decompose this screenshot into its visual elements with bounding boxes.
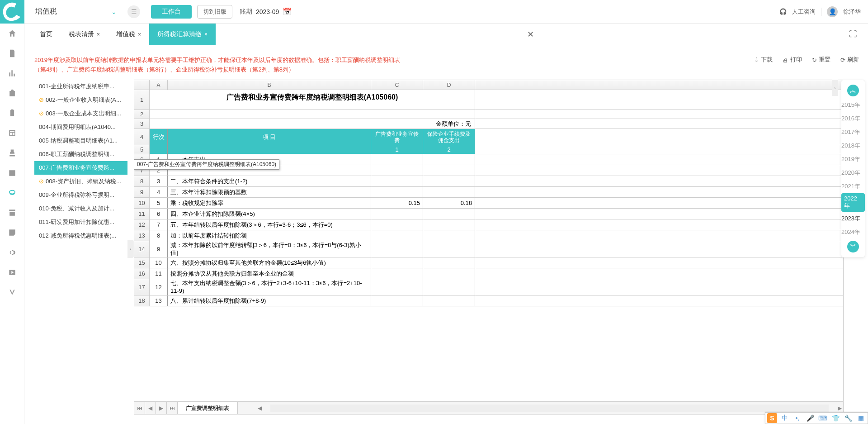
value-cell-d[interactable] xyxy=(423,295,475,306)
year-item[interactable]: 2021年 xyxy=(841,180,865,193)
item-cell[interactable]: 减：本年扣除的以前年度结转额[3＞6，本行=0；3≤6，本行=8与(6-3)孰小… xyxy=(168,241,371,257)
seq-cell[interactable]: 5 xyxy=(150,198,168,208)
seq-cell[interactable]: 3 xyxy=(150,176,168,186)
print-button[interactable]: 🖨打印 xyxy=(783,56,802,64)
year-item[interactable]: 2020年 xyxy=(841,166,865,180)
ime-menu-icon[interactable]: ▦ xyxy=(856,413,866,423)
close-icon[interactable]: × xyxy=(138,31,141,38)
tab-home[interactable]: 首页 xyxy=(32,24,61,45)
value-cell-d[interactable] xyxy=(423,268,475,279)
spreadsheet[interactable]: A B C D 1 广告费和业务宣传费跨年度纳税调整明细表(A105060) 2… xyxy=(134,80,844,414)
seq-cell[interactable]: 6 xyxy=(150,209,168,219)
period-value[interactable]: 2023-09 xyxy=(256,8,279,15)
value-cell-d[interactable] xyxy=(423,154,475,165)
ime-skin-icon[interactable]: 👕 xyxy=(830,413,840,423)
seq-cell[interactable]: 8 xyxy=(150,230,168,241)
year-item[interactable]: 2019年 xyxy=(841,152,865,166)
row-header[interactable]: 1 xyxy=(134,90,150,110)
form-list-item[interactable]: 009-企业所得税弥补亏损明... xyxy=(34,188,127,202)
nav-calendar-icon[interactable] xyxy=(0,163,24,183)
seq-cell[interactable]: 11 xyxy=(150,268,168,279)
value-cell-d[interactable] xyxy=(423,230,475,241)
row-header[interactable]: 17 xyxy=(134,279,150,295)
tab-tax-list[interactable]: 税表清册× xyxy=(61,24,108,45)
topbar-doc-icon[interactable]: ☰ xyxy=(127,5,140,18)
row-header[interactable]: 13 xyxy=(134,230,150,241)
ime-tool-icon[interactable]: 🔧 xyxy=(843,413,853,423)
value-cell-d[interactable] xyxy=(423,241,475,257)
ime-lang[interactable]: 中 xyxy=(780,413,790,423)
hscroll-track[interactable] xyxy=(270,405,829,412)
row-header[interactable]: 8 xyxy=(134,176,150,186)
seq-cell[interactable]: 9 xyxy=(150,241,168,257)
nav-chart-icon[interactable] xyxy=(0,63,24,83)
col-header-c[interactable]: C xyxy=(371,80,423,90)
nav-settings-icon[interactable] xyxy=(0,243,24,262)
value-cell-d[interactable] xyxy=(423,279,475,295)
value-cell-c[interactable] xyxy=(371,268,423,279)
item-cell[interactable]: 四、本企业计算的扣除限额(4×5) xyxy=(168,209,371,219)
form-list-item[interactable]: 010-免税、减计收入及加计... xyxy=(34,202,127,215)
switch-old-button[interactable]: 切到旧版 xyxy=(197,5,232,19)
form-list-item[interactable]: ⊘002-一般企业收入明细表(A... xyxy=(34,93,127,107)
value-cell-d[interactable] xyxy=(423,209,475,219)
refresh-button[interactable]: ⟳刷新 xyxy=(840,56,859,64)
row-header[interactable]: 2 xyxy=(134,110,150,119)
nav-video-icon[interactable] xyxy=(0,262,24,282)
row-header[interactable]: 4 xyxy=(134,129,150,145)
nav-tax-icon[interactable] xyxy=(0,183,24,203)
nav-stamp-icon[interactable] xyxy=(0,143,24,163)
select-all-corner[interactable] xyxy=(134,80,150,90)
value-cell-c[interactable] xyxy=(371,295,423,306)
seq-cell[interactable]: 4 xyxy=(150,187,168,197)
seq-cell[interactable]: 12 xyxy=(150,279,168,295)
value-cell-d[interactable] xyxy=(423,219,475,230)
year-up-icon[interactable]: ︽ xyxy=(847,85,859,96)
value-cell-c[interactable] xyxy=(371,209,423,219)
value-cell-c[interactable] xyxy=(371,257,423,268)
form-list-item[interactable]: 001-企业所得税年度纳税申... xyxy=(34,80,127,93)
item-cell[interactable]: 加：以前年度累计结转扣除额 xyxy=(168,230,371,241)
value-cell-d[interactable]: 0.18 xyxy=(423,198,475,208)
row-header[interactable]: 15 xyxy=(134,257,150,268)
username[interactable]: 徐泽华 xyxy=(843,8,861,16)
expand-panel-icon[interactable]: › xyxy=(832,80,838,96)
form-list-item[interactable]: 004-期间费用明细表(A1040... xyxy=(34,120,127,134)
ime-bar[interactable]: S 中 •, 🎤 ⌨ 👕 🔧 ▦ xyxy=(765,412,868,424)
nav-bag-icon[interactable] xyxy=(0,83,24,103)
item-cell[interactable]: 五、本年结转以后年度扣除额(3＞6，本行=3-6；3≤6，本行=0) xyxy=(168,219,371,230)
value-cell-c[interactable] xyxy=(371,154,423,165)
form-list-item[interactable]: 007-广告费和业务宣传费跨... xyxy=(34,161,127,175)
value-cell-c[interactable] xyxy=(371,279,423,295)
year-item[interactable]: 2016年 xyxy=(841,112,865,125)
year-item[interactable]: 2015年 xyxy=(841,98,865,112)
year-item[interactable]: 2017年 xyxy=(841,125,865,139)
value-cell-d[interactable] xyxy=(423,165,475,176)
value-cell-c[interactable] xyxy=(371,187,423,197)
item-cell[interactable]: 按照分摊协议从其他关联方归集至本企业的金额 xyxy=(168,268,371,279)
tab-expand-icon[interactable]: ⛶ xyxy=(849,29,857,39)
value-cell-c[interactable] xyxy=(371,176,423,186)
user-avatar-icon[interactable]: 👤 xyxy=(827,6,838,17)
tab-income-tax[interactable]: 所得税汇算清缴× xyxy=(149,24,216,45)
form-list-item[interactable]: 006-职工薪酬纳税调整明细... xyxy=(34,148,127,161)
value-cell-c[interactable] xyxy=(371,165,423,176)
nav-doc-icon[interactable] xyxy=(0,43,24,63)
consult-link[interactable]: 人工咨询 xyxy=(792,8,816,16)
col-header-b[interactable]: B xyxy=(168,80,371,90)
row-header[interactable]: 11 xyxy=(134,209,150,219)
form-list-item[interactable]: 012-减免所得税优惠明细表(... xyxy=(34,229,127,243)
nav-v-icon[interactable] xyxy=(0,282,24,302)
row-header[interactable]: 18 xyxy=(134,295,150,306)
collapse-handle[interactable]: ‹ xyxy=(127,240,134,258)
year-item[interactable]: 2024年 xyxy=(841,225,865,239)
sheet-tab[interactable]: 广宣费调整明细表 xyxy=(178,402,238,414)
seq-cell[interactable]: 13 xyxy=(150,295,168,306)
title-dropdown-icon[interactable]: ⌄ xyxy=(111,8,117,15)
nav-report-icon[interactable] xyxy=(0,123,24,143)
value-cell-d[interactable] xyxy=(423,187,475,197)
nav-clipboard-icon[interactable] xyxy=(0,103,24,123)
value-cell-d[interactable] xyxy=(423,257,475,268)
year-item[interactable]: 2022年 xyxy=(841,193,865,212)
hscroll-right[interactable]: ▶ xyxy=(836,405,843,411)
